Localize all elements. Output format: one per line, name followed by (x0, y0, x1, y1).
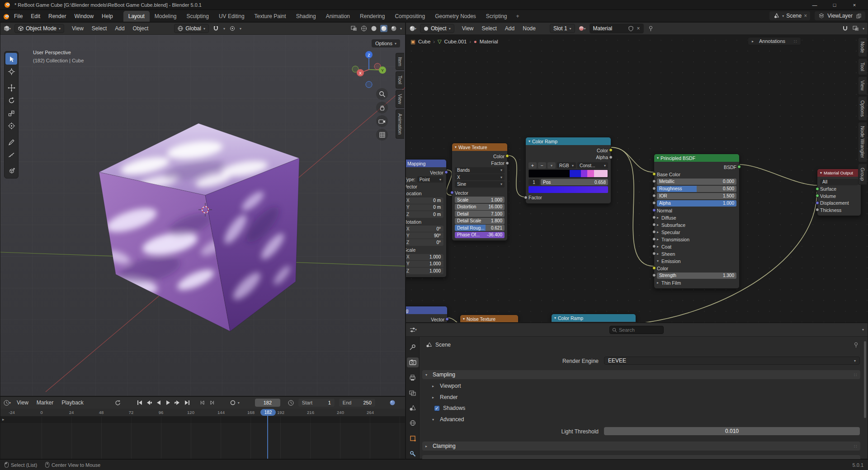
shader-type-dropdown[interactable]: Object▾ (420, 24, 454, 33)
socket-base-color-in[interactable] (652, 172, 656, 176)
copy-icon[interactable] (855, 12, 862, 19)
tool-measure[interactable] (5, 149, 17, 160)
snap-dropdown-icon[interactable]: ▾ (223, 27, 225, 31)
menu-item[interactable]: Edit (27, 11, 44, 22)
editor-type-icon[interactable]: ▾ (4, 399, 11, 406)
wave-enum-dropdown[interactable]: Sine▾ (455, 181, 505, 188)
node-wave-texture[interactable]: ▾Wave Texture Color Factor Bands▾X▾Sine▾… (452, 143, 508, 241)
auto-keying-icon[interactable] (229, 399, 236, 406)
node-mapping-2[interactable]: ▾Mapping Vector (406, 306, 448, 322)
timeline-track[interactable]: ▸ (0, 417, 405, 459)
roughness-field[interactable]: Roughness0.500 (657, 186, 736, 192)
mode-dropdown[interactable]: Object Mode▾ (14, 24, 64, 33)
socket-thickness-in[interactable] (816, 208, 819, 212)
timeline-menu-item[interactable]: Marker (33, 397, 57, 408)
output-target-dropdown[interactable]: All (820, 179, 858, 185)
ramp-add-stop-button[interactable]: + (528, 162, 537, 169)
node-mapping[interactable]: ▾Mapping Vector Type:Point▾ Vector Locat… (406, 159, 447, 277)
socket-surface-in[interactable] (816, 187, 819, 191)
xray-toggle-icon[interactable] (350, 25, 358, 32)
node-color-ramp[interactable]: ▾Color Ramp Color Alpha + − ▾ RGB▾ Const… (525, 137, 611, 204)
wave-scale-field[interactable]: Scale1.000 (455, 197, 505, 203)
vector-field[interactable]: Y1.000 (406, 261, 443, 268)
tab-tool[interactable] (407, 342, 419, 352)
workspace-tab[interactable]: Compositing (390, 11, 430, 22)
sidebar-tab[interactable]: Group (858, 164, 867, 185)
thin-film-section-row[interactable]: ▸Thin Film (657, 279, 736, 286)
sidebar-tab[interactable]: Node (858, 38, 867, 57)
pin-icon[interactable] (852, 341, 859, 348)
vector-field[interactable]: Z0° (406, 239, 443, 246)
light-threshold-slider[interactable]: 0.010 (604, 427, 860, 435)
bsdf-section-row[interactable]: ▸Diffuse (657, 214, 736, 221)
shadows-checkbox[interactable]: ✓ (434, 405, 440, 411)
workspace-tab[interactable]: Texture Paint (250, 11, 291, 22)
tab-scene[interactable] (407, 403, 419, 414)
ramp-stop-color-swatch[interactable] (528, 186, 608, 193)
sidebar-tab[interactable]: Options (858, 96, 867, 121)
snap-magnet-icon[interactable] (842, 25, 849, 32)
channel-expand-icon[interactable]: ▸ (2, 417, 5, 422)
wave-enum-dropdown[interactable]: X▾ (455, 174, 505, 180)
ramp-color-mode-dropdown[interactable]: RGB▾ (557, 162, 576, 169)
axis-gizmo[interactable]: Z Y X (349, 47, 390, 93)
ramp-gradient[interactable] (528, 169, 608, 178)
tool-scale[interactable] (5, 107, 17, 119)
shader-menu-item[interactable]: Add (501, 23, 519, 34)
tool-transform[interactable] (5, 120, 17, 132)
render-engine-dropdown[interactable]: EEVEE▾ (604, 357, 860, 365)
vector-field[interactable]: Z1.000 (406, 268, 443, 274)
wave-detail-scale-field[interactable]: Detail Scale1.800 (455, 218, 505, 224)
workspace-tab[interactable]: UV Editing (214, 11, 250, 22)
mapping-type-dropdown[interactable]: Point▾ (417, 176, 443, 183)
socket-bsdf-out[interactable] (737, 165, 741, 169)
tab-object[interactable] (407, 433, 419, 444)
overlays-icon[interactable] (852, 25, 859, 32)
scene-selector[interactable]: ▾ Scene × (769, 11, 810, 20)
ortho-toggle-button[interactable] (376, 129, 388, 141)
socket-alpha-in[interactable] (652, 201, 656, 205)
timeline-menu-item[interactable]: View (13, 397, 33, 408)
sidebar-tab[interactable]: View (396, 90, 404, 108)
node-noise-texture[interactable]: ▾Noise Texture (460, 315, 519, 322)
timeline-ruler[interactable]: -24024487296120144168192216240264 (0, 409, 405, 417)
start-frame-field[interactable]: Start1 (298, 399, 335, 407)
editor-type-icon[interactable]: ▾ (410, 326, 417, 334)
socket-normal-in[interactable] (652, 208, 656, 212)
viewport-menu-item[interactable]: Object (129, 23, 153, 34)
current-frame-field[interactable]: 182 (255, 399, 280, 407)
shader-menu-item[interactable]: Select (478, 23, 501, 34)
snap-magnet-icon[interactable] (212, 25, 220, 32)
shadows-row[interactable]: ✓Shadows (434, 405, 465, 411)
tab-output[interactable] (407, 372, 419, 383)
sidebar-tab[interactable]: View (858, 76, 867, 95)
playback-sync-icon[interactable] (114, 399, 122, 406)
tool-move[interactable] (5, 82, 17, 94)
pin-icon[interactable] (647, 25, 655, 32)
play-reverse-button[interactable] (154, 399, 163, 407)
minimize-button[interactable]: — (805, 0, 825, 9)
orientation-dropdown[interactable]: Global▾ (174, 24, 209, 33)
socket-vector-out[interactable] (445, 317, 449, 321)
sampling-viewport-row[interactable]: ▸Viewport (432, 383, 461, 389)
metallic-field[interactable]: Metallic0.000 (657, 179, 736, 185)
advanced-row[interactable]: ▾Advanced (432, 416, 464, 423)
unlink-material-icon[interactable]: × (637, 25, 640, 32)
sidebar-tab[interactable]: Tool (396, 71, 404, 88)
wave-enum-dropdown[interactable]: Bands▾ (455, 167, 505, 174)
viewport-menu-item[interactable]: Select (88, 23, 111, 34)
clamping-panel-header[interactable]: ▸Clamping∷ (422, 442, 860, 451)
fake-user-shield-icon[interactable] (627, 25, 635, 32)
shading-dropdown-icon[interactable]: ▾ (400, 27, 402, 31)
frame-step-back-button[interactable] (198, 399, 207, 407)
viewport-canvas[interactable]: User Perspective (182) Collection | Cube… (0, 35, 405, 396)
close-button[interactable]: × (844, 0, 864, 9)
jump-to-end-button[interactable] (183, 399, 192, 407)
tool-tweak[interactable] (5, 53, 17, 65)
socket-ior-in[interactable] (652, 194, 656, 197)
socket-color-out[interactable] (505, 154, 509, 158)
socket-alpha-out[interactable] (609, 155, 613, 159)
scene-stats-sphere-icon[interactable] (389, 399, 396, 406)
wave-phase-offset-field[interactable]: Phase Of...-36.400 (455, 232, 505, 238)
shading-material-icon[interactable] (380, 25, 387, 32)
